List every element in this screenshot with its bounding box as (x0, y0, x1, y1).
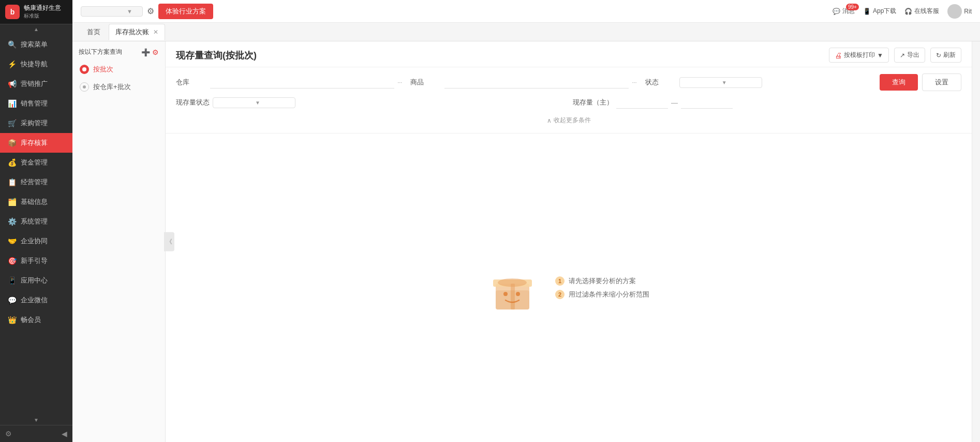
user-group[interactable]: Rit (947, 4, 972, 19)
topbar-search-group[interactable]: ▼ (81, 6, 143, 17)
topbar-dropdown-arrow[interactable]: ▼ (127, 8, 132, 14)
sidebar-item-system[interactable]: ⚙️ 系统管理 (0, 212, 72, 231)
sidebar-item-operation[interactable]: 📋 经营管理 (0, 172, 72, 192)
filter-warehouse-batch-icon (80, 82, 89, 92)
sidebar-item-label: 畅会员 (21, 315, 41, 325)
app-version: 标准版 (24, 12, 61, 20)
online-service-group[interactable]: 🎧 在线客服 (904, 7, 939, 16)
tab-inventory-batch-label: 库存批次账 (115, 27, 149, 37)
settings-icon[interactable]: ⚙ (5, 430, 12, 438)
filter-item-batch[interactable]: 按批次 (72, 61, 165, 78)
sidebar-item-inventory[interactable]: 📦 库存核算 (0, 133, 72, 153)
filter-add-icon[interactable]: ➕ (141, 48, 150, 56)
inventory-qty-min-input[interactable] (616, 96, 668, 109)
app-logo: b (5, 5, 20, 19)
print-template-button[interactable]: 🖨 按模板打印 ▼ (829, 48, 889, 63)
tab-home-label: 首页 (87, 27, 100, 37)
sidebar-item-label: 经营管理 (21, 178, 48, 187)
empty-hints: 1 请先选择要分析的方案 2 用过滤条件来缩小分析范围 (555, 276, 649, 299)
sidebar-item-enterprise[interactable]: 🤝 企业协同 (0, 231, 72, 251)
messages-badge: 99+ (846, 4, 859, 10)
avatar (947, 4, 962, 19)
sidebar-item-basic[interactable]: 🗂️ 基础信息 (0, 192, 72, 212)
filter-warehouse-batch-label: 按仓库+批次 (93, 82, 131, 92)
experience-button[interactable]: 体验行业方案 (158, 4, 213, 19)
collapse-more-btn[interactable]: ∧ 收起更多条件 (176, 114, 961, 127)
status-label: 状态 (645, 78, 676, 87)
sidebar-item-wxenterprise[interactable]: 💬 企业微信 (0, 290, 72, 310)
print-dropdown-arrow[interactable]: ▼ (877, 52, 883, 59)
page-header: 现存量查询(按批次) 🖨 按模板打印 ▼ ↗ 导出 ↻ 刷新 (166, 41, 972, 67)
product-field: 商品 ··· (410, 76, 636, 89)
sidebar-item-label: 系统管理 (21, 217, 48, 226)
sidebar-item-quicknav[interactable]: ⚡ 快捷导航 (0, 54, 72, 74)
hint-text-2: 用过滤条件来缩小分析范围 (569, 290, 649, 299)
sidebar-item-label: 库存核算 (21, 138, 48, 148)
inventory-qty-max-input[interactable] (681, 96, 733, 109)
warehouse-label: 仓库 (176, 78, 207, 87)
filter-panel-actions: ➕ ⚙ (141, 48, 159, 56)
product-label: 商品 (410, 78, 441, 87)
flash-icon: ⚡ (7, 60, 17, 69)
query-row-2: 现存量状态 ▼ 现存量（主） — (176, 96, 961, 109)
topbar-gear-icon[interactable]: ⚙ (147, 6, 154, 16)
clipboard-icon: 📋 (7, 178, 17, 187)
collapse-sidebar-icon[interactable]: ◀ (62, 430, 67, 438)
hint-num-1: 1 (555, 276, 565, 286)
inventory-qty-field: 现存量（主） — (573, 96, 961, 109)
query-button[interactable]: 查询 (880, 74, 918, 91)
phone-icon: 📱 (863, 8, 871, 15)
filter-panel-collapse-button[interactable]: 《 (164, 232, 174, 252)
warehouse-field: 仓库 ··· (176, 76, 402, 89)
inventory-status-dropdown[interactable]: ▼ (213, 97, 295, 108)
cart-icon: 🛒 (7, 119, 17, 128)
export-button[interactable]: ↗ 导出 (894, 48, 925, 63)
svg-point-1 (83, 85, 86, 89)
refresh-label: 刷新 (943, 51, 956, 60)
messages-group[interactable]: 💬 消息 99+ (833, 7, 855, 16)
filter-settings-icon[interactable]: ⚙ (152, 48, 159, 56)
sidebar-item-purchase[interactable]: 🛒 采购管理 (0, 113, 72, 133)
sidebar-item-label: 新手引导 (21, 256, 48, 266)
tabbar: 首页 库存批次账 ✕ (72, 23, 980, 41)
hint-num-2: 2 (555, 290, 565, 299)
empty-illustration (488, 262, 540, 314)
sidebar: b 畅康通好生意 标准版 ▲ 🔍 搜索菜单 ⚡ 快捷导航 📢 营销推广 📊 销售… (0, 0, 72, 442)
sidebar-item-member[interactable]: 👑 畅会员 (0, 310, 72, 330)
sidebar-item-appcenter[interactable]: 📱 应用中心 (0, 271, 72, 290)
sidebar-item-search[interactable]: 🔍 搜索菜单 (0, 35, 72, 54)
mobile-icon: 📱 (7, 276, 17, 285)
topbar-search-input[interactable] (85, 8, 127, 15)
product-input[interactable] (444, 76, 629, 89)
warehouse-input[interactable] (210, 76, 394, 89)
box-icon: 📦 (7, 138, 17, 148)
settings-button[interactable]: 设置 (922, 73, 961, 91)
sidebar-header: b 畅康通好生意 标准版 (0, 0, 72, 24)
sidebar-item-marketing[interactable]: 📢 营销推广 (0, 74, 72, 94)
sidebar-scroll-up[interactable]: ▲ (0, 24, 72, 35)
tab-inventory-batch[interactable]: 库存批次账 ✕ (109, 24, 165, 40)
chart-icon: 📊 (7, 99, 17, 108)
filter-item-warehouse-batch[interactable]: 按仓库+批次 (72, 78, 165, 96)
sidebar-item-finance[interactable]: 💰 资金管理 (0, 153, 72, 172)
product-more[interactable]: ··· (632, 79, 636, 85)
status-dropdown[interactable]: ▼ (679, 77, 762, 88)
refresh-button[interactable]: ↻ 刷新 (930, 48, 961, 63)
sidebar-scroll-down[interactable]: ▼ (0, 415, 72, 425)
app-download-group[interactable]: 📱 App下载 (863, 7, 896, 16)
empty-hint-1: 1 请先选择要分析的方案 (555, 276, 649, 286)
refresh-icon: ↻ (936, 52, 941, 59)
right-scrollbar (972, 41, 980, 442)
sidebar-item-newbie[interactable]: 🎯 新手引导 (0, 251, 72, 271)
filter-panel-header: 按以下方案查询 ➕ ⚙ (72, 48, 165, 61)
inventory-status-label: 现存量状态 (176, 98, 210, 107)
sidebar-item-label: 快捷导航 (21, 60, 48, 69)
warehouse-more[interactable]: ··· (397, 79, 402, 85)
username-label: Rit (964, 8, 972, 15)
sidebar-item-sales[interactable]: 📊 销售管理 (0, 94, 72, 113)
tab-home[interactable]: 首页 (81, 24, 107, 40)
sidebar-item-label: 采购管理 (21, 119, 48, 128)
sidebar-item-label: 应用中心 (21, 276, 48, 285)
tab-close-icon[interactable]: ✕ (153, 28, 158, 36)
page-actions: 🖨 按模板打印 ▼ ↗ 导出 ↻ 刷新 (829, 48, 961, 63)
